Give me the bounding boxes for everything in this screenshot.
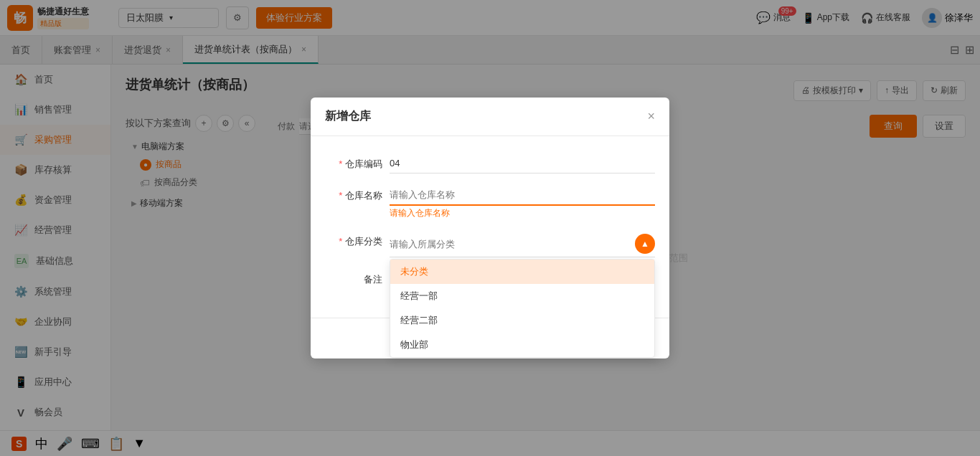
name-input[interactable] — [390, 185, 655, 206]
category-input[interactable] — [390, 239, 635, 250]
code-input-wrap — [390, 153, 655, 174]
dialog-title: 新增仓库 — [325, 109, 371, 124]
dialog-close-button[interactable]: × — [647, 109, 655, 124]
modal-overlay[interactable]: 新增仓库 × * 仓库编码 * 仓库名称 — [0, 0, 980, 456]
category-option-unclassified[interactable]: 未分类 — [390, 260, 654, 284]
new-warehouse-dialog: 新增仓库 × * 仓库编码 * 仓库名称 — [311, 98, 669, 358]
form-row-code: * 仓库编码 — [325, 153, 655, 174]
name-error-msg: 请输入仓库名称 — [390, 207, 655, 219]
name-label: * 仓库名称 — [325, 185, 382, 202]
category-option-ops2[interactable]: 经营二部 — [390, 308, 654, 333]
category-option-property[interactable]: 物业部 — [390, 333, 654, 357]
code-input[interactable] — [390, 153, 655, 174]
category-toggle-button[interactable]: ▲ — [635, 234, 655, 254]
dialog-header: 新增仓库 × — [311, 98, 669, 136]
category-label: * 仓库分类 — [325, 231, 382, 248]
code-label: * 仓库编码 — [325, 153, 382, 171]
form-row-category: * 仓库分类 ▲ 未分类 经营一部 经营二部 物业部 — [325, 231, 655, 257]
category-option-ops1[interactable]: 经营一部 — [390, 284, 654, 308]
notes-label: 备注 — [325, 269, 382, 286]
category-dropdown-list: 未分类 经营一部 经营二部 物业部 — [390, 259, 655, 358]
category-dropdown-wrap: ▲ — [390, 231, 655, 257]
name-input-wrap: 请输入仓库名称 — [390, 185, 655, 219]
category-input-wrap: ▲ 未分类 经营一部 经营二部 物业部 — [390, 231, 655, 257]
dialog-body: * 仓库编码 * 仓库名称 请输入仓库名称 — [311, 136, 669, 318]
form-row-name: * 仓库名称 请输入仓库名称 — [325, 185, 655, 219]
